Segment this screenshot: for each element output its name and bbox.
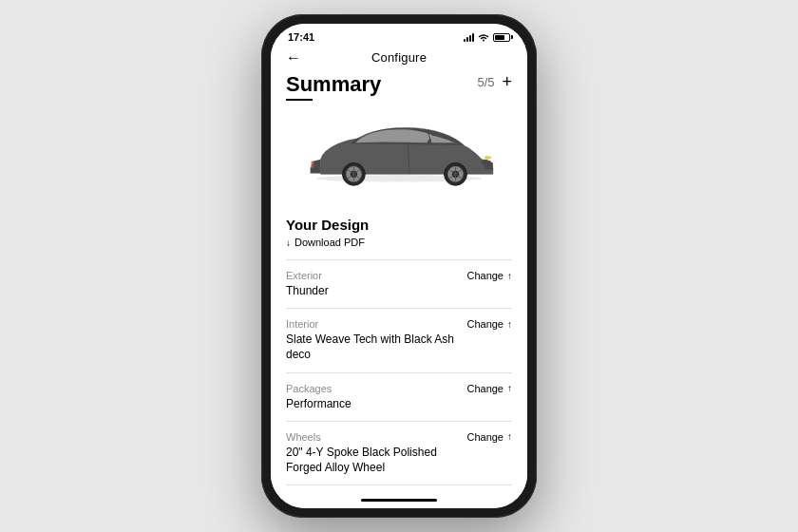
interior-row: Interior Slate Weave Tech with Black Ash…	[286, 308, 512, 371]
status-time: 17:41	[288, 31, 314, 43]
your-design-title: Your Design	[286, 217, 512, 233]
nav-header: ← Configure	[271, 47, 527, 72]
phone-screen: 17:41 ← Configur	[271, 24, 527, 508]
interior-value: Slate Weave Tech with Black Ash deco	[286, 332, 459, 362]
download-label: Download PDF	[294, 237, 365, 248]
interior-label: Interior	[286, 318, 459, 330]
packages-arrow-icon: ↑	[507, 383, 512, 393]
home-indicator	[361, 499, 437, 502]
wifi-icon	[478, 33, 489, 42]
status-bar: 17:41	[271, 24, 527, 47]
summary-title: Summary	[286, 72, 381, 97]
packages-change-button[interactable]: Change	[466, 383, 504, 394]
summary-plus-button[interactable]: +	[502, 72, 512, 92]
wheels-row: Wheels 20" 4-Y Spoke Black Polished Forg…	[286, 421, 512, 484]
summary-header: Summary 5/5 +	[286, 72, 512, 97]
packages-label: Packages	[286, 383, 459, 394]
exterior-value: Thunder	[286, 283, 459, 298]
interior-change-button[interactable]: Change	[466, 318, 504, 330]
exterior-change-button[interactable]: Change	[466, 270, 504, 281]
summary-underline	[286, 99, 313, 101]
download-pdf-button[interactable]: ↓ Download PDF	[286, 237, 512, 248]
phone-frame: 17:41 ← Configur	[261, 14, 537, 518]
download-icon: ↓	[286, 238, 291, 248]
status-icons	[464, 33, 510, 42]
battery-icon	[493, 33, 510, 42]
main-content: Summary 5/5 +	[271, 72, 527, 491]
wheels-value: 20" 4-Y Spoke Black Polished Forged Allo…	[286, 445, 459, 475]
wheels-label: Wheels	[286, 431, 459, 443]
interior-arrow-icon: ↑	[507, 319, 512, 330]
summary-count: 5/5	[477, 75, 494, 89]
packages-value: Performance	[286, 396, 459, 411]
electric-motors-row: Electric motors 2 electric motors (rear …	[286, 484, 512, 491]
car-illustration	[286, 104, 512, 209]
svg-rect-3	[312, 162, 314, 168]
car-image	[286, 104, 512, 209]
summary-right: 5/5 +	[477, 72, 512, 92]
wheels-arrow-icon: ↑	[507, 431, 512, 442]
bottom-bar	[271, 491, 527, 508]
exterior-row: Exterior Thunder Change ↑	[286, 259, 512, 308]
exterior-label: Exterior	[286, 270, 459, 281]
signal-icon	[464, 33, 474, 42]
page-title: Configure	[371, 50, 427, 65]
exterior-arrow-icon: ↑	[507, 271, 512, 281]
svg-point-2	[484, 156, 491, 160]
packages-row: Packages Performance Change ↑	[286, 372, 512, 421]
back-button[interactable]: ←	[286, 49, 301, 66]
wheels-change-button[interactable]: Change	[466, 431, 504, 443]
